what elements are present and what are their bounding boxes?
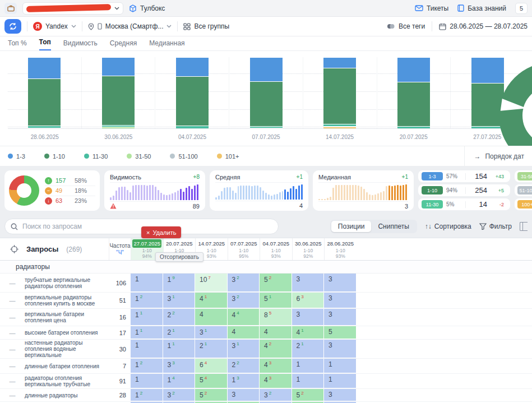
query-text[interactable]: длинные батареи отопления: [25, 359, 109, 373]
positions-toggle[interactable]: Позиции: [331, 221, 372, 232]
position-cell[interactable]: 12: [131, 359, 163, 373]
position-cell[interactable]: 41: [292, 326, 325, 339]
filter-button[interactable]: Фильтр: [479, 223, 512, 230]
crosshair-icon[interactable]: [10, 245, 18, 253]
date-column-header[interactable]: 04.07.20251-1093%: [260, 238, 292, 260]
legend-item-11-30[interactable]: 11-30: [84, 153, 108, 160]
tab-Средняя[interactable]: Средняя: [110, 39, 137, 50]
cut-chip-row-100+[interactable]: 100+: [515, 198, 532, 210]
cut-chip-row-51-100[interactable]: 51-100: [515, 184, 532, 196]
legend-item-1-3[interactable]: 1-3: [8, 153, 25, 160]
tab-Видимость[interactable]: Видимость: [63, 39, 98, 50]
position-cell[interactable]: 3: [324, 340, 357, 358]
tags-selector[interactable]: Все теги: [387, 22, 425, 30]
row-drag-handle[interactable]: —: [0, 359, 25, 373]
position-cell[interactable]: 63: [292, 293, 325, 308]
position-cell[interactable]: 1: [324, 374, 357, 388]
position-cell[interactable]: 3: [292, 274, 325, 292]
query-text[interactable]: длинные радиаторы: [25, 389, 109, 401]
position-cell[interactable]: 22: [163, 309, 196, 326]
search-engine-selector[interactable]: Я Yandex: [33, 22, 76, 31]
query-text[interactable]: трубчатые вертикальные радиаторы отоплен…: [25, 274, 109, 292]
position-cell[interactable]: 12: [131, 293, 163, 308]
position-cell[interactable]: 14: [163, 374, 196, 388]
partial-counter-badge[interactable]: 5: [515, 3, 528, 14]
position-cell[interactable]: 41: [195, 293, 228, 308]
region-selector[interactable]: Москва (Смартф...: [88, 22, 172, 30]
position-cell[interactable]: 64: [195, 359, 228, 373]
row-drag-handle[interactable]: —: [0, 309, 25, 326]
tab-Медианная[interactable]: Медианная: [149, 39, 184, 50]
delete-date-button[interactable]: × Удалить: [141, 226, 181, 238]
position-cell[interactable]: 1: [292, 374, 325, 388]
refresh-button[interactable]: [4, 19, 21, 34]
position-cell[interactable]: 52: [260, 274, 292, 292]
top-chip-row-11-30[interactable]: 11-305%14-2: [418, 198, 510, 210]
metric-card-Средняя[interactable]: Средняя+14: [210, 170, 308, 211]
metric-card-Видимость[interactable]: Видимость+889: [104, 170, 205, 211]
position-cell[interactable]: 1: [131, 340, 163, 358]
frequency-column-header[interactable]: Частота "Ч": [109, 238, 131, 260]
dynamics-donut-card[interactable]: ↑15758%−4918%↓6323%: [4, 170, 100, 211]
query-text[interactable]: радиаторы отопления вертикальные трубчат…: [25, 374, 109, 388]
position-cell[interactable]: 3: [324, 389, 357, 401]
date-range-selector[interactable]: 28.06.2025 — 28.07.2025: [439, 22, 528, 30]
position-cell[interactable]: 3: [324, 293, 357, 308]
groups-selector[interactable]: Все группы: [183, 22, 229, 30]
position-cell[interactable]: 52: [195, 389, 228, 401]
top-chip-row-1-10[interactable]: 1-1094%254+5: [418, 184, 510, 196]
position-cell[interactable]: 43: [260, 359, 292, 373]
row-drag-handle[interactable]: —: [0, 374, 25, 388]
position-cell[interactable]: 44: [228, 309, 260, 326]
position-cell[interactable]: 31: [163, 293, 196, 308]
position-cell[interactable]: 11: [131, 326, 163, 339]
group-row[interactable]: радиаторы: [0, 261, 532, 274]
position-cell[interactable]: 1: [131, 374, 163, 388]
project-selector[interactable]: [22, 2, 123, 15]
metric-card-Медианная[interactable]: Медианная+13: [313, 170, 414, 211]
row-drag-handle[interactable]: —: [0, 326, 25, 339]
position-cell[interactable]: 3: [228, 389, 260, 401]
position-cell[interactable]: 21: [195, 340, 228, 358]
top-chip-row-1-3[interactable]: 1-357%154+43: [418, 170, 510, 182]
position-cell[interactable]: 51: [260, 293, 292, 308]
position-cell[interactable]: 1: [324, 359, 357, 373]
date-column-header[interactable]: 28.06.20251-1093%: [324, 238, 357, 260]
columns-icon-partial[interactable]: [520, 222, 528, 231]
query-text[interactable]: высокие батареи отопления: [25, 326, 109, 339]
snippets-toggle[interactable]: Сниппеты: [371, 221, 415, 232]
row-drag-handle[interactable]: —: [0, 389, 25, 401]
tab-Топ %[interactable]: Топ %: [8, 39, 27, 50]
position-cell[interactable]: 32: [228, 274, 260, 292]
position-cell[interactable]: 43: [260, 374, 292, 388]
position-cell[interactable]: 1: [131, 274, 163, 292]
query-text[interactable]: вертикальные батареи отопления цена: [25, 309, 109, 326]
position-cell[interactable]: 3: [324, 274, 357, 292]
row-drag-handle[interactable]: —: [0, 340, 25, 358]
legend-item-101+[interactable]: 101+: [217, 153, 239, 160]
position-cell[interactable]: 4: [260, 326, 292, 339]
position-cell[interactable]: 85: [260, 309, 292, 326]
position-cell[interactable]: 107: [195, 274, 228, 292]
position-cell[interactable]: 31: [195, 326, 228, 339]
position-cell[interactable]: 32: [163, 389, 196, 401]
projects-briefcase-icon[interactable]: [4, 3, 17, 14]
position-cell[interactable]: 33: [163, 359, 196, 373]
position-cell[interactable]: 3: [324, 309, 357, 326]
position-cell[interactable]: 19: [163, 274, 196, 292]
position-cell[interactable]: 52: [292, 389, 325, 401]
position-cell[interactable]: 1: [292, 359, 325, 373]
query-text[interactable]: настенные радиаторы отопления водяные ве…: [25, 340, 109, 358]
position-cell[interactable]: 13: [228, 374, 260, 388]
cut-chip-row-31-50[interactable]: 31-50: [515, 170, 532, 182]
position-cell[interactable]: 22: [228, 359, 260, 373]
legend-item-31-50[interactable]: 31-50: [127, 153, 151, 160]
knowledge-base-link[interactable]: База знаний: [457, 4, 506, 12]
date-column-header[interactable]: 30.06.20251-1092%: [292, 238, 325, 260]
position-cell[interactable]: 4: [195, 309, 228, 326]
legend-item-51-100[interactable]: 51-100: [170, 153, 197, 160]
position-cell[interactable]: 12: [131, 389, 163, 401]
legend-item-1-10[interactable]: 1-10: [44, 153, 65, 160]
position-cell[interactable]: 54: [195, 374, 228, 388]
position-cell[interactable]: 31: [228, 340, 260, 358]
